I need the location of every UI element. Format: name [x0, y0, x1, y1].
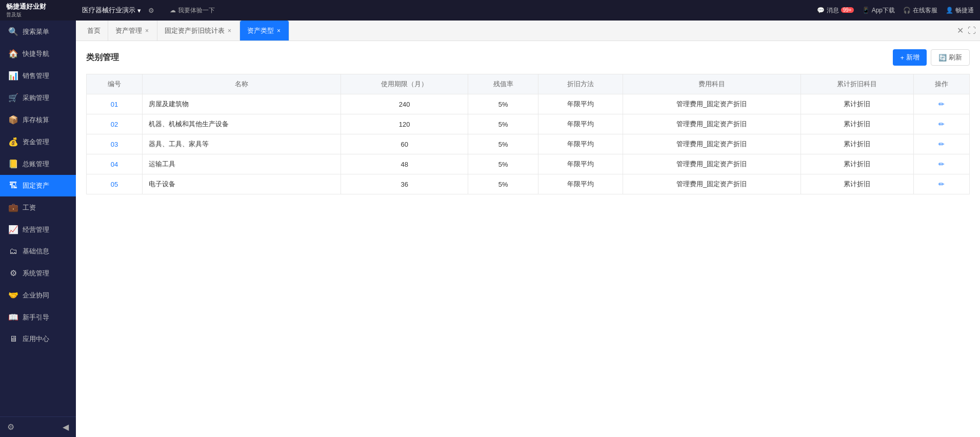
sidebar-label: 应用中心 [23, 334, 49, 344]
sidebar: 🔍 搜索菜单 🏠 快捷导航 📊 销售管理 🛒 采购管理 📦 库存核算 💰 资金管… [0, 21, 76, 437]
service-label: 在线客服 [913, 6, 937, 15]
logo-title: 畅捷通好业财 [6, 2, 46, 11]
footer-settings-icon[interactable]: ⚙ [7, 422, 14, 432]
tab-asset-type-label: 资产类型 [247, 26, 274, 35]
col-id: 编号 [87, 74, 143, 94]
sidebar-item-sales[interactable]: 📊 销售管理 [0, 65, 76, 87]
sidebar-item-fixed-assets[interactable]: 🏗 固定资产 [0, 175, 76, 196]
experience-tip[interactable]: ☁ 我要体验一下 [170, 6, 215, 15]
page-header: 类别管理 + 新增 🔄 刷新 [86, 49, 970, 66]
cell-name: 机器、机械和其他生产设备 [143, 114, 341, 134]
sidebar-item-system[interactable]: ⚙ 系统管理 [0, 262, 76, 284]
table-row: 01 房屋及建筑物 240 5% 年限平均 管理费用_固定资产折旧 累计折旧 ✏ [87, 94, 970, 114]
message-button[interactable]: 💬 消息 99+ [817, 6, 854, 15]
sidebar-item-ledger[interactable]: 📒 总账管理 [0, 153, 76, 175]
cell-name: 房屋及建筑物 [143, 94, 341, 114]
tab-home[interactable]: 首页 [80, 21, 108, 41]
table-body: 01 房屋及建筑物 240 5% 年限平均 管理费用_固定资产折旧 累计折旧 ✏… [87, 94, 970, 194]
cell-period: 36 [341, 174, 468, 194]
service-icon: 🎧 [903, 7, 911, 14]
new-button[interactable]: + 新增 [893, 49, 927, 66]
sidebar-label: 总账管理 [23, 160, 49, 169]
main-layout: 🔍 搜索菜单 🏠 快捷导航 📊 销售管理 🛒 采购管理 📦 库存核算 💰 资金管… [0, 21, 980, 437]
edit-button[interactable]: ✏ [938, 100, 945, 108]
sidebar-label: 工资 [23, 203, 36, 212]
cell-id: 01 [87, 94, 143, 114]
sidebar-label: 新手引导 [23, 313, 49, 322]
close-window-icon[interactable]: ✕ [957, 26, 964, 35]
purchase-icon: 🛒 [8, 93, 18, 103]
cell-action: ✏ [913, 174, 969, 194]
cell-residual: 5% [468, 134, 538, 154]
sidebar-item-basic-info[interactable]: 🗂 基础信息 [0, 241, 76, 262]
refresh-label: 刷新 [949, 53, 962, 62]
cell-action: ✏ [913, 154, 969, 174]
cell-residual: 5% [468, 154, 538, 174]
row-id-link[interactable]: 03 [111, 141, 118, 148]
app-download-button[interactable]: 📱 App下载 [862, 6, 895, 15]
collapse-icon[interactable]: ◀ [63, 422, 69, 432]
row-id-link[interactable]: 02 [111, 121, 118, 128]
sidebar-item-purchase[interactable]: 🛒 采购管理 [0, 87, 76, 109]
row-id-link[interactable]: 05 [111, 181, 118, 188]
edit-button[interactable]: ✏ [938, 180, 945, 188]
settings-icon[interactable]: ⚙ [145, 4, 157, 16]
cell-period: 48 [341, 154, 468, 174]
row-id-link[interactable]: 01 [111, 101, 118, 108]
sidebar-item-inventory[interactable]: 📦 库存核算 [0, 109, 76, 131]
table-row: 02 机器、机械和其他生产设备 120 5% 年限平均 管理费用_固定资产折旧 … [87, 114, 970, 134]
refresh-button[interactable]: 🔄 刷新 [931, 49, 970, 66]
user-button[interactable]: 👤 畅捷通 [946, 6, 974, 15]
online-service-button[interactable]: 🎧 在线客服 [903, 6, 937, 15]
edit-button[interactable]: ✏ [938, 140, 945, 148]
sidebar-item-operation[interactable]: 📈 经营管理 [0, 218, 76, 241]
page-actions: + 新增 🔄 刷新 [893, 49, 970, 66]
cell-period: 240 [341, 94, 468, 114]
tab-asset-mgmt[interactable]: 资产管理 × [108, 21, 157, 41]
cell-accum: 累计折旧 [801, 94, 913, 114]
cell-id: 02 [87, 114, 143, 134]
sidebar-item-cooperation[interactable]: 🤝 企业协同 [0, 284, 76, 306]
sidebar-item-quick-nav[interactable]: 🏠 快捷导航 [0, 43, 76, 65]
edit-button[interactable]: ✏ [938, 120, 945, 128]
app-label: App下载 [872, 6, 895, 15]
salary-icon: 💼 [8, 203, 18, 212]
row-id-link[interactable]: 04 [111, 161, 118, 168]
sidebar-item-salary[interactable]: 💼 工资 [0, 196, 76, 218]
tab-asset-type-close[interactable]: × [276, 27, 282, 34]
sidebar-item-guide[interactable]: 📖 新手引导 [0, 306, 76, 328]
tab-asset-mgmt-label: 资产管理 [115, 26, 142, 35]
module-selector[interactable]: 医疗器械行业演示 ▾ [82, 6, 141, 15]
fixed-assets-icon: 🏗 [8, 181, 18, 190]
cell-method: 年限平均 [538, 94, 623, 114]
cell-residual: 5% [468, 114, 538, 134]
tab-asset-mgmt-close[interactable]: × [144, 27, 150, 34]
refresh-icon: 🔄 [938, 54, 947, 62]
sidebar-label: 固定资产 [23, 181, 49, 190]
sidebar-label: 资金管理 [23, 137, 49, 147]
col-accum: 累计折旧科目 [801, 74, 913, 94]
cell-accum: 累计折旧 [801, 174, 913, 194]
inventory-icon: 📦 [8, 115, 18, 125]
cell-name: 电子设备 [143, 174, 341, 194]
topbar: 畅捷通好业财 普及版 医疗器械行业演示 ▾ ⚙ ☁ 我要体验一下 💬 消息 99… [0, 0, 980, 21]
tab-asset-type[interactable]: 资产类型 × [240, 21, 289, 41]
edit-button[interactable]: ✏ [938, 160, 945, 168]
cell-method: 年限平均 [538, 154, 623, 174]
tab-depreciation-close[interactable]: × [227, 27, 232, 34]
logo-sub: 普及版 [6, 11, 22, 18]
cell-expense: 管理费用_固定资产折旧 [623, 114, 801, 134]
cell-accum: 累计折旧 [801, 154, 913, 174]
message-icon: 💬 [817, 7, 825, 14]
cell-accum: 累计折旧 [801, 134, 913, 154]
sidebar-item-capital[interactable]: 💰 资金管理 [0, 131, 76, 153]
sidebar-item-app-center[interactable]: 🖥 应用中心 [0, 328, 76, 350]
expand-icon[interactable]: ⛶ [968, 26, 976, 35]
username-label: 畅捷通 [955, 6, 974, 15]
table-header-row: 编号 名称 使用期限（月） 残值率 折旧方法 费用科目 累计折旧科目 操作 [87, 74, 970, 94]
tab-depreciation-table[interactable]: 固定资产折旧统计表 × [157, 21, 240, 41]
sidebar-item-search[interactable]: 🔍 搜索菜单 [0, 21, 76, 43]
cell-period: 120 [341, 114, 468, 134]
sidebar-label: 快捷导航 [23, 49, 49, 58]
category-table: 编号 名称 使用期限（月） 残值率 折旧方法 费用科目 累计折旧科目 操作 01… [86, 74, 970, 194]
